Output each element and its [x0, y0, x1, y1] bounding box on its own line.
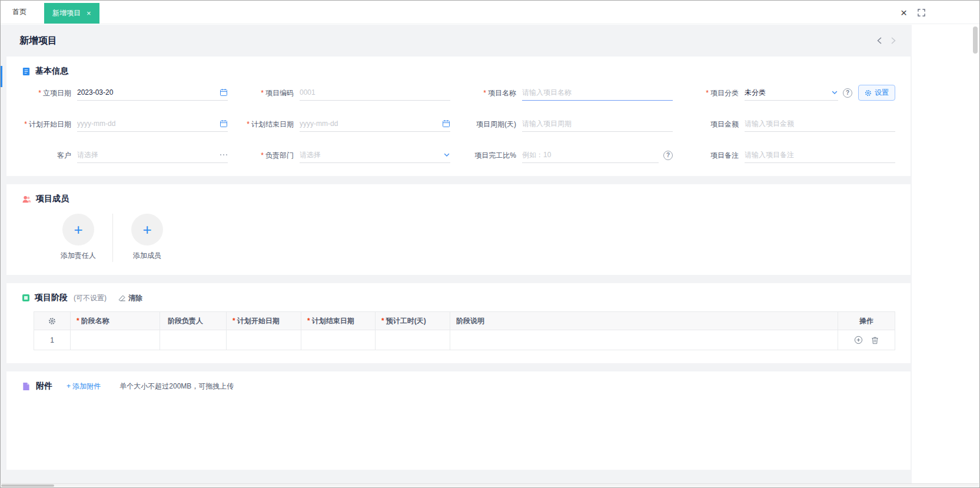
column-phase-owner: 阶段负责人: [160, 312, 227, 330]
basic-info-section: 基本信息 *立项日期 *项目编码: [6, 57, 911, 176]
phases-note: (可不设置): [74, 293, 107, 303]
clear-button[interactable]: 清除: [118, 293, 142, 303]
field-label: 立项日期: [43, 89, 71, 97]
required-mark: *: [247, 120, 250, 128]
basic-info-title: 基本信息: [35, 66, 68, 77]
members-title: 项目成员: [36, 194, 69, 204]
plus-icon: +: [74, 222, 82, 237]
phase-row-index: 1: [34, 330, 71, 350]
column-phase-desc: 阶段说明: [450, 312, 838, 330]
settings-label: 设置: [875, 88, 889, 98]
field-project-remark: 项目备注: [689, 147, 895, 163]
column-plan-start: *计划开始日期: [227, 312, 301, 330]
field-project-code: *项目编码: [244, 85, 450, 101]
tab-new-project-label: 新增项目: [52, 8, 81, 18]
field-completion-ratio: 项目完工比% ?: [467, 147, 673, 163]
column-phase-name: *阶段名称: [71, 312, 160, 330]
project-remark-input[interactable]: [745, 148, 895, 162]
project-name-input[interactable]: [522, 85, 673, 99]
column-settings-icon[interactable]: [34, 317, 70, 325]
plan-start-date-input[interactable]: [77, 117, 217, 131]
plus-icon: +: [142, 222, 151, 237]
department-select[interactable]: [300, 148, 441, 162]
project-duration-input[interactable]: [522, 117, 673, 131]
customer-select[interactable]: [77, 148, 217, 162]
phase-hours-input[interactable]: [379, 333, 446, 348]
field-project-amount: 项目金额: [689, 116, 895, 132]
phase-start-input[interactable]: [230, 333, 297, 348]
window-close-icon[interactable]: ×: [901, 7, 907, 18]
add-row-icon[interactable]: [854, 336, 863, 344]
completion-ratio-input[interactable]: [522, 148, 659, 162]
add-attachment-label: + 添加附件: [67, 382, 101, 390]
add-member-button[interactable]: +: [131, 214, 163, 245]
horizontal-scrollbar-thumb[interactable]: [1, 484, 54, 487]
attachment-hint: 单个大小不超过200MB，可拖拽上传: [119, 381, 234, 391]
tab-close-icon[interactable]: ×: [87, 9, 91, 18]
approval-date-input[interactable]: [77, 85, 217, 99]
field-approval-date: *立项日期: [22, 85, 228, 101]
phase-name-input[interactable]: [74, 333, 156, 348]
tab-home[interactable]: 首页: [1, 0, 38, 24]
left-edge-indicator: [1, 66, 2, 87]
field-label: 项目编码: [265, 89, 294, 97]
basic-info-form: *立项日期 *项目编码 *项目名称: [22, 85, 895, 163]
column-plan-end: *计划结束日期: [301, 312, 376, 330]
clear-label: 清除: [128, 293, 142, 303]
tab-new-project[interactable]: 新增项目 ×: [44, 3, 99, 24]
plan-end-date-input[interactable]: [300, 117, 440, 131]
phases-icon: [22, 294, 30, 302]
field-label: 负责部门: [265, 151, 294, 160]
project-category-select[interactable]: [745, 85, 829, 99]
field-label: 计划开始日期: [29, 120, 71, 128]
chevron-down-icon[interactable]: [443, 151, 450, 158]
required-mark: *: [706, 89, 709, 97]
add-owner-label: 添加责任人: [45, 251, 111, 261]
field-project-duration: 项目周期(天): [467, 116, 673, 132]
field-project-category: *项目分类 ? 设置: [689, 85, 895, 101]
required-mark: *: [483, 89, 486, 97]
field-label: 项目备注: [710, 151, 739, 160]
required-mark: *: [261, 151, 264, 160]
field-label: 客户: [57, 151, 71, 160]
add-attachment-button[interactable]: + 添加附件: [67, 381, 101, 391]
add-member-group: + 添加成员: [114, 214, 180, 261]
field-label: 项目分类: [710, 89, 739, 97]
field-label: 计划结束日期: [251, 120, 294, 128]
calendar-icon[interactable]: [220, 88, 228, 97]
project-amount-input[interactable]: [745, 117, 895, 131]
field-plan-end-date: *计划结束日期: [244, 116, 450, 132]
calendar-icon[interactable]: [220, 119, 228, 128]
phases-title: 项目阶段: [35, 293, 68, 303]
window-controls: ×: [901, 1, 925, 24]
attachments-icon: [22, 382, 30, 391]
add-member-label: 添加成员: [114, 251, 180, 261]
vertical-scrollbar-thumb[interactable]: [973, 26, 978, 54]
field-label: 项目周期(天): [476, 120, 516, 128]
ellipsis-icon[interactable]: [220, 154, 228, 156]
project-code-input[interactable]: [300, 85, 450, 99]
delete-row-icon[interactable]: [871, 336, 879, 344]
calendar-icon[interactable]: [442, 119, 450, 128]
category-settings-button[interactable]: 设置: [858, 85, 895, 101]
category-help-icon[interactable]: ?: [843, 88, 852, 98]
attachments-section: 附件 + 添加附件 单个大小不超过200MB，可拖拽上传: [6, 371, 911, 470]
page-header: 新增项目: [1, 25, 912, 57]
field-label: 项目完工比%: [474, 151, 516, 160]
chevron-down-icon[interactable]: [831, 89, 838, 96]
field-department: *负责部门: [244, 147, 450, 163]
completion-help-icon[interactable]: ?: [663, 151, 673, 160]
add-owner-button[interactable]: +: [62, 214, 94, 245]
vertical-scrollbar: [973, 26, 978, 482]
next-arrow-icon[interactable]: [891, 37, 896, 44]
phase-desc-input[interactable]: [454, 333, 834, 348]
phase-owner-input[interactable]: [164, 333, 222, 348]
attachments-title: 附件: [36, 381, 52, 391]
column-estimated-hours: *预计工时(天): [376, 312, 450, 330]
prev-arrow-icon[interactable]: [876, 37, 882, 44]
members-icon: [22, 195, 31, 204]
members-row: + 添加责任人 + 添加成员: [22, 214, 895, 262]
phase-end-input[interactable]: [305, 333, 371, 348]
field-plan-start-date: *计划开始日期: [22, 116, 228, 132]
fullscreen-icon[interactable]: [918, 9, 925, 16]
